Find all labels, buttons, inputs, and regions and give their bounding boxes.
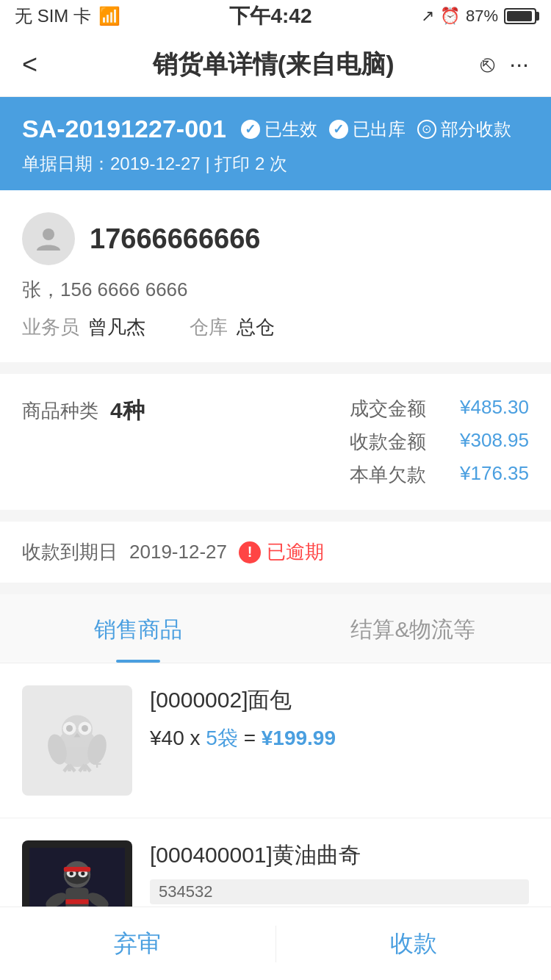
location-icon: ↗ [421,7,434,26]
salesperson-meta: 业务员 曾凡杰 [22,314,145,340]
customer-section: 17666666666 张，156 6666 6666 业务员 曾凡杰 仓库 总… [0,190,551,362]
check-icon-1: ✓ [241,120,260,139]
status-effective-label: 已生效 [264,118,317,141]
nav-right-actions: ⎋ ··· [480,51,529,78]
warehouse-value: 总仓 [237,314,275,340]
status-left: 无 SIM 卡 📶 [15,4,120,28]
product-unit-price-1: ¥40 [150,727,184,749]
alarm-icon: ⏰ [440,7,460,26]
customer-id: 17666666666 [90,223,260,255]
overdue-label: 已逾期 [267,539,324,565]
check-icon-2: ✓ [329,120,348,139]
nav-bar: < 销货单详情(来自电脑) ⎋ ··· [0,32,551,97]
back-button[interactable]: < [22,49,66,80]
received-row: 收款金额 ¥308.95 [350,429,529,455]
order-date: 单据日期：2019-12-27 | 打印 2 次 [22,152,529,176]
category-summary: 商品种类 4种 [22,396,145,426]
tabs-section: 销售商品 结算&物流等 [0,594,551,663]
product-item-1: + [0000002]面包 ¥40 x 5袋 = ¥199.99 [0,663,551,818]
transaction-row: 成交金额 ¥485.30 [350,396,529,422]
tab-sales-label: 销售商品 [94,617,182,641]
svg-point-5 [66,725,73,732]
battery-icon [504,8,536,24]
warehouse-label: 仓库 [190,314,228,340]
overdue-icon: ! [239,541,261,563]
svg-rect-29 [64,867,90,872]
transaction-value: ¥485.30 [441,396,529,422]
battery-percent: 87% [466,7,498,26]
category-label: 商品种类 [22,398,98,424]
order-id: SA-20191227-001 [22,115,226,143]
svg-text:+: + [93,755,101,772]
amount-summary: 成交金额 ¥485.30 收款金额 ¥308.95 本单欠款 ¥176.35 [350,396,529,488]
svg-rect-30 [65,899,88,904]
received-label: 收款金额 [350,429,426,455]
tabs-row: 销售商品 结算&物流等 [0,594,551,663]
svg-point-23 [81,872,84,876]
tab-sales-products[interactable]: 销售商品 [0,594,276,663]
bottom-bar: 弃审 收款 [0,907,551,980]
payment-due-section: 收款到期日 2019-12-27 ! 已逾期 [0,522,551,583]
order-status-tags: ✓ 已生效 ✓ 已出库 ⊙ 部分收款 [241,118,511,141]
customer-meta: 业务员 曾凡杰 仓库 总仓 [22,314,529,340]
svg-point-6 [82,725,88,732]
share-icon[interactable]: ⎋ [480,51,494,78]
collect-payment-button[interactable]: 收款 [276,913,552,975]
product-info-1: [0000002]面包 ¥40 x 5袋 = ¥199.99 [150,685,529,752]
product-sku-2: 534532 [150,879,529,904]
status-bar: 无 SIM 卡 📶 下午4:42 ↗ ⏰ 87% [0,0,551,32]
due-date-value: 2019-12-27 [129,541,227,563]
status-tag-shipped: ✓ 已出库 [329,118,406,141]
status-tag-effective: ✓ 已生效 [241,118,317,141]
summary-section: 商品种类 4种 成交金额 ¥485.30 收款金额 ¥308.95 本单欠款 ¥… [0,374,551,510]
debt-label: 本单欠款 [350,462,426,488]
product-price-1: ¥40 x 5袋 = ¥199.99 [150,724,529,752]
due-date-label: 收款到期日 [22,539,118,565]
customer-avatar [22,212,75,265]
debt-row: 本单欠款 ¥176.35 [350,462,529,488]
product-image-1: + [22,685,132,796]
transaction-label: 成交金额 [350,396,426,422]
wifi-icon: 📶 [98,6,120,26]
tab-settlement[interactable]: 结算&物流等 [276,594,551,663]
cancel-review-button[interactable]: 弃审 [0,913,276,975]
salesperson-label: 业务员 [22,314,79,340]
product-total-1: ¥199.99 [262,727,336,749]
status-partial-label: 部分收款 [441,118,511,141]
order-header-banner: SA-20191227-001 ✓ 已生效 ✓ 已出库 ⊙ 部分收款 单据日期：… [0,97,551,190]
time-label: 下午4:42 [229,2,311,30]
status-tag-partial: ⊙ 部分收款 [417,118,511,141]
salesperson-value: 曾凡杰 [88,314,145,340]
more-icon[interactable]: ··· [509,51,529,78]
svg-point-22 [70,872,73,876]
product-qty-1: 5袋 [206,727,238,749]
svg-point-0 [43,228,54,240]
carrier-label: 无 SIM 卡 [15,4,91,28]
overdue-badge: ! 已逾期 [239,539,324,565]
status-shipped-label: 已出库 [353,118,406,141]
received-value: ¥308.95 [441,429,529,455]
category-count: 4种 [110,396,145,426]
product-name-1: [0000002]面包 [150,685,529,716]
status-right: ↗ ⏰ 87% [421,7,536,26]
debt-value: ¥176.35 [441,462,529,488]
tab-settlement-label: 结算&物流等 [350,617,475,641]
page-title: 销货单详情(来自电脑) [66,48,480,82]
clock-icon: ⊙ [417,120,436,139]
warehouse-meta: 仓库 总仓 [190,314,275,340]
product-name-2: [000400001]黄油曲奇 [150,840,529,871]
customer-name-phone: 张，156 6666 6666 [22,277,529,303]
